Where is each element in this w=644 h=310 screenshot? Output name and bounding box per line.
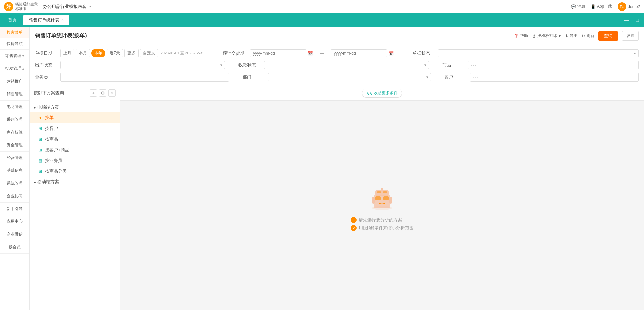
salesperson-input-wrap[interactable]: ···	[60, 73, 229, 82]
date-btn-this-year[interactable]: 本年	[91, 49, 105, 57]
order-status-select-wrap	[438, 49, 639, 57]
sidebar-item-quick-nav[interactable]: 快捷导航	[0, 38, 29, 50]
sidebar-item-finance[interactable]: 资金管理	[0, 139, 29, 152]
tab-home[interactable]: 首页	[3, 15, 22, 25]
delivery-date-start[interactable]	[250, 49, 306, 57]
department-wrap	[268, 73, 431, 81]
grid-icon-3: ⊞	[38, 147, 43, 153]
date-btn-7days[interactable]: 近7天	[107, 49, 123, 57]
export-button[interactable]: ⬇ 导出	[565, 33, 578, 39]
sidebar-item-purchase[interactable]: 采购管理	[0, 113, 29, 126]
order-status-select[interactable]	[438, 49, 639, 57]
date-button-group: 上月 本月 本年 近7天 更多 自定义 2023-01-01 至 2023-12…	[60, 49, 204, 57]
app-download-button[interactable]: 📱 App下载	[591, 4, 612, 9]
tree-item-by-salesperson[interactable]: ▦ 按业务员	[30, 155, 120, 166]
logo-text: 畅捷通好生意 标准版	[15, 2, 38, 11]
goods-input-wrap[interactable]: ···	[468, 61, 639, 69]
delivery-status-select[interactable]	[60, 61, 225, 69]
print-button[interactable]: 🖨 按模板打印 ▾	[532, 33, 561, 39]
tab-sales-order[interactable]: 销售订单统计表 ×	[23, 15, 69, 25]
right-content: ∧∧ 收起更多条件	[120, 86, 644, 310]
date-label: 单据日期	[35, 50, 55, 56]
sidebar-item-system[interactable]: 系统管理	[0, 177, 29, 190]
delivery-date-end[interactable]	[331, 49, 387, 57]
settings-button[interactable]: 设置	[622, 31, 639, 41]
query-button[interactable]: 查询	[598, 31, 618, 41]
refresh-button[interactable]: ↻ 刷新	[582, 33, 594, 39]
tree-item-by-customer[interactable]: ⊞ 按客户	[30, 123, 120, 134]
filter-row-2: 出库状态 收款状态 商品 ···	[35, 61, 639, 69]
sidebar-item-inventory[interactable]: 库存核算	[0, 126, 29, 139]
sidebar-item-ecommerce[interactable]: 电商管理	[0, 101, 29, 113]
sidebar-item-search[interactable]: 搜索菜单	[0, 27, 29, 38]
sidebar-item-retail[interactable]: 零售管理 ▾	[0, 50, 29, 62]
svg-rect-2	[375, 196, 381, 200]
top-bar-right: 💬 消息 📱 App下载 Ea demo2	[571, 2, 640, 11]
tab-minimize-button[interactable]: —	[623, 16, 631, 24]
sidebar-item-newbie[interactable]: 新手引导	[0, 203, 29, 215]
page-title: 销售订单统计表(按单)	[35, 32, 87, 43]
logo-icon: 好	[4, 2, 13, 11]
tree-group-arrow-right: ▸	[34, 179, 36, 185]
left-panel-add-button[interactable]: +	[90, 89, 97, 97]
help-button[interactable]: ❓ 帮助	[514, 33, 528, 39]
tree-group-desktop[interactable]: ▾ 电脑端方案	[30, 102, 120, 112]
left-panel-settings-button[interactable]: ⚙	[99, 89, 106, 97]
left-panel-header: 按以下方案查询 + ⚙ «	[30, 86, 120, 100]
customer-more-dots[interactable]: ···	[473, 74, 479, 80]
payment-status-select[interactable]	[264, 61, 429, 69]
tree-item-by-goods[interactable]: ⊞ 按商品	[30, 134, 120, 145]
calendar-end-icon[interactable]: 📅	[388, 51, 394, 56]
customer-label: 客户	[444, 74, 465, 80]
user-menu[interactable]: Ea demo2	[618, 2, 640, 11]
tab-close-icon[interactable]: ×	[61, 18, 64, 22]
app-dropdown-icon[interactable]: ▾	[89, 5, 91, 8]
grid-icon-2: ⊞	[38, 137, 43, 142]
empty-tips: 1 请先选择要分析的方案 2 用[过滤]条件来缩小分析范围	[351, 217, 413, 231]
sidebar-item-enterprise[interactable]: 企业协同	[0, 190, 29, 203]
date-btn-last-month[interactable]: 上月	[60, 49, 74, 57]
tab-maximize-button[interactable]: □	[633, 16, 641, 24]
left-panel-collapse-button[interactable]: «	[108, 89, 116, 97]
avatar: Ea	[618, 2, 626, 11]
delivery-date-label: 预计交货期	[223, 50, 245, 56]
app-title: 办公用品行业模拟账套	[43, 4, 87, 10]
chevron-down-icon: ▾	[22, 54, 24, 58]
tab-bar-actions: — □	[623, 16, 641, 24]
sidebar-item-wechat[interactable]: 企业微信	[0, 228, 29, 241]
left-panel: 按以下方案查询 + ⚙ « ▾ 电脑端方案 ● 按单	[30, 86, 120, 310]
print-dropdown-icon[interactable]: ▾	[559, 34, 561, 38]
sidebar-item-basic[interactable]: 基础信息	[0, 164, 29, 177]
date-btn-more[interactable]: 更多	[124, 49, 139, 57]
goods-more-dots[interactable]: ···	[471, 62, 477, 68]
collapse-more-button[interactable]: ∧∧ 收起更多条件	[362, 89, 402, 98]
department-select[interactable]	[268, 73, 431, 81]
tree-item-by-order[interactable]: ● 按单	[30, 112, 120, 123]
date-btn-custom[interactable]: 自定义	[140, 49, 158, 57]
svg-rect-3	[383, 196, 389, 200]
date-range-text: 2023-01-01 至 2023-12-31	[161, 51, 204, 56]
payment-status-label: 收款状态	[238, 62, 259, 68]
page-header: 销售订单统计表(按单) ❓ 帮助 🖨 按模板打印 ▾ ⬇ 导出 ↻ 刷新	[30, 27, 644, 45]
message-button[interactable]: 💬 消息	[571, 4, 585, 9]
sidebar-item-appcenter[interactable]: 应用中心	[0, 215, 29, 228]
sidebar-item-wholesale[interactable]: 批发管理 ▴	[0, 62, 29, 75]
sidebar-item-sales[interactable]: 销售管理	[0, 88, 29, 101]
date-btn-this-month[interactable]: 本月	[76, 49, 90, 57]
sidebar-item-member[interactable]: 畅会员	[0, 241, 29, 254]
payment-status-wrap	[264, 61, 429, 69]
tree-item-by-customer-goods[interactable]: ⊞ 按客户+商品	[30, 145, 120, 155]
sidebar-item-marketing[interactable]: 营销推广	[0, 75, 29, 88]
empty-tip-1: 1 请先选择要分析的方案	[351, 217, 413, 223]
customer-input-wrap[interactable]: ···	[470, 73, 639, 82]
svg-point-7	[381, 188, 383, 190]
calendar-start-icon[interactable]: 📅	[308, 51, 313, 56]
grid-icon-4: ⊞	[38, 169, 43, 174]
tree-group-mobile[interactable]: ▸ 移动端方案	[30, 177, 120, 187]
tree-item-by-category[interactable]: ⊞ 按商品分类	[30, 166, 120, 177]
date-sep: —	[320, 51, 324, 56]
grid-icon: ⊞	[38, 126, 43, 131]
salesperson-more-dots[interactable]: ···	[63, 74, 69, 80]
left-panel-title: 按以下方案查询	[34, 90, 88, 96]
sidebar-item-operations[interactable]: 经营管理	[0, 152, 29, 164]
